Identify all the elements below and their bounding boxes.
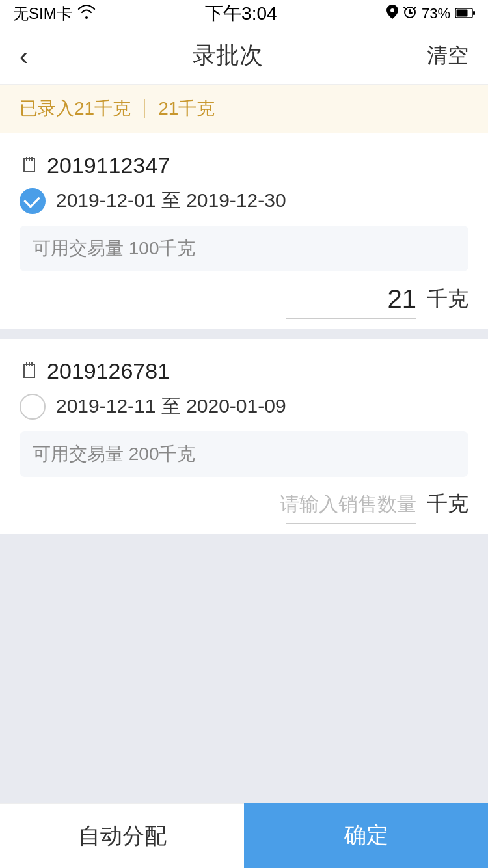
time-display: 下午3:04 (205, 1, 277, 26)
info-banner: 已录入21千克 21千克 (0, 85, 488, 133)
svg-rect-3 (473, 11, 475, 15)
batch1-icon: 🗒 (20, 154, 40, 178)
alarm-icon (403, 5, 416, 23)
batch2-radio[interactable] (20, 394, 46, 420)
batch1-available: 可用交易量 100千克 (20, 226, 468, 271)
batch2-card: 🗒 2019126781 2019-12-11 至 2020-01-09 可用交… (0, 339, 488, 477)
clear-button[interactable]: 清空 (427, 42, 468, 70)
batch2-icon: 🗒 (20, 359, 40, 383)
nav-bar: ‹ 录批次 清空 (0, 27, 488, 85)
carrier-text: 无SIM卡 (13, 3, 72, 24)
back-button[interactable]: ‹ (20, 43, 28, 69)
location-icon (386, 5, 398, 23)
batch2-input-placeholder: 请输入销售数量 (280, 491, 416, 518)
batch2-header: 🗒 2019126781 (20, 359, 468, 384)
quantity-underline (286, 318, 416, 319)
batch2-available: 可用交易量 200千克 (20, 431, 468, 477)
batch1-id: 2019112347 (47, 153, 170, 178)
input-underline (286, 523, 416, 524)
status-bar: 无SIM卡 下午3:04 73% (0, 0, 488, 27)
batch1-quantity-value[interactable]: 21 (388, 284, 417, 314)
batch1-date-row: 2019-12-01 至 2019-12-30 (20, 187, 468, 214)
batch1-radio[interactable] (20, 188, 46, 214)
batch1-header: 🗒 2019112347 (20, 153, 468, 178)
page-title: 录批次 (193, 40, 263, 72)
recorded-amount: 已录入21千克 (20, 96, 131, 121)
wifi-icon (77, 5, 96, 23)
battery-icon (455, 5, 475, 22)
batch1-quantity-row: 21 千克 (0, 271, 488, 330)
status-left: 无SIM卡 (13, 3, 96, 24)
batch2-date-row: 2019-12-11 至 2020-01-09 (20, 393, 468, 420)
status-right: 73% (386, 5, 475, 23)
confirm-button[interactable]: 确定 (244, 803, 488, 868)
auto-distribute-button[interactable]: 自动分配 (0, 803, 244, 868)
total-amount: 21千克 (158, 96, 215, 121)
batch1-card: 🗒 2019112347 2019-12-01 至 2019-12-30 可用交… (0, 133, 488, 271)
batch1-date: 2019-12-01 至 2019-12-30 (56, 187, 286, 214)
main-content: 🗒 2019112347 2019-12-01 至 2019-12-30 可用交… (0, 133, 488, 852)
svg-rect-2 (457, 10, 468, 17)
batch1-quantity-unit: 千克 (427, 285, 468, 314)
banner-divider (144, 99, 145, 118)
battery-text: 73% (422, 5, 450, 22)
bottom-bar: 自动分配 确定 (0, 803, 488, 868)
section-divider (0, 330, 488, 339)
batch2-input-row[interactable]: 请输入销售数量 千克 (0, 477, 488, 535)
batch2-input-unit: 千克 (427, 490, 468, 519)
batch2-date: 2019-12-11 至 2020-01-09 (56, 393, 286, 420)
batch2-id: 2019126781 (47, 359, 170, 384)
